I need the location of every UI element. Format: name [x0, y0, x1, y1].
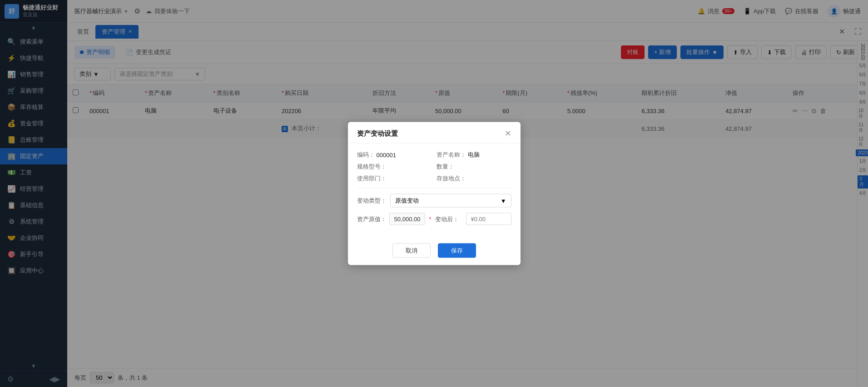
dialog-asset-name-value: 电脑 — [468, 151, 480, 159]
asset-value-row: 资产原值： 50,000.00 * 变动后： — [357, 213, 511, 225]
after-change-input[interactable] — [466, 213, 511, 225]
dialog-storage-item: 存放地点： — [436, 174, 511, 183]
change-type-label: 变动类型： — [357, 197, 387, 205]
dialog-department-item: 使用部门： — [357, 174, 432, 183]
change-type-arrow-icon: ▼ — [501, 197, 506, 204]
dialog-code-label: 编码： — [357, 151, 375, 159]
change-type-value: 原值变动 — [395, 197, 419, 205]
dialog-asset-name-item: 资产名称： 电脑 — [436, 151, 511, 159]
dialog-title: 资产变动设置 — [357, 129, 398, 138]
dialog-code-value: 000001 — [377, 151, 396, 158]
save-button[interactable]: 保存 — [438, 243, 476, 258]
dialog-divider — [357, 188, 511, 189]
change-type-row: 变动类型： 原值变动 ▼ — [357, 194, 511, 208]
asset-original-value-display: 50,000.00 — [389, 213, 426, 225]
required-star-after: * — [429, 216, 431, 223]
dialog-asset-name-label: 资产名称： — [436, 151, 466, 159]
dialog-close-icon[interactable]: ✕ — [505, 129, 511, 139]
dialog-code-item: 编码： 000001 — [357, 151, 432, 159]
change-type-select[interactable]: 原值变动 ▼ — [390, 194, 511, 208]
dialog-spec-item: 规格型号： — [357, 163, 432, 171]
dialog-quantity-label: 数量： — [436, 163, 454, 171]
asset-original-label: 资产原值： — [357, 215, 386, 223]
cancel-button[interactable]: 取消 — [392, 243, 431, 258]
dialog-header: 资产变动设置 ✕ — [348, 122, 521, 144]
asset-change-dialog: 资产变动设置 ✕ 编码： 000001 资产名称： 电脑 规格型号： 数量： 使… — [348, 122, 521, 265]
dialog-footer: 取消 保存 — [348, 238, 521, 265]
after-change-label: 变动后： — [435, 215, 462, 223]
dialog-department-label: 使用部门： — [357, 174, 387, 183]
dialog-storage-label: 存放地点： — [436, 174, 466, 183]
dialog-info-grid: 编码： 000001 资产名称： 电脑 规格型号： 数量： 使用部门： 存放地点… — [357, 151, 511, 183]
dialog-body: 编码： 000001 资产名称： 电脑 规格型号： 数量： 使用部门： 存放地点… — [348, 144, 521, 238]
dialog-spec-label: 规格型号： — [357, 163, 387, 171]
dialog-quantity-item: 数量： — [436, 163, 511, 171]
